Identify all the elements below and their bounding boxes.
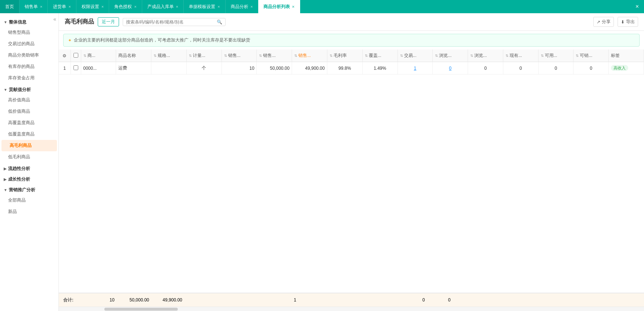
sidebar-item-0-0[interactable]: 销售型商品 [0,27,58,38]
scroll-thumb[interactable] [104,308,178,311]
tip-text: 企业的主要的利润都是这部分商品创造的，可考虑加大推广，同时关注库存是不要出现缺货 [74,37,250,43]
sidebar-item-4-0[interactable]: 全部商品 [0,195,58,206]
row-browse1-link[interactable]: 0 [449,66,451,71]
close-all-tabs[interactable]: × [630,3,644,10]
nav-item-1[interactable]: 销售单× [19,0,48,13]
close-tab-icon-7[interactable]: × [251,4,253,9]
sidebar-item-4-1[interactable]: 新品 [0,206,58,217]
col-header-2[interactable]: ⇅商... [81,50,116,62]
col-header-17: 标签 [609,50,644,62]
chevron-down-icon: ▼ [4,20,7,24]
nav-item-3[interactable]: 权限设置× [76,0,109,13]
sort-icon-2: ⇅ [83,54,86,58]
table-wrap: ⚙⇅商...商品名称⇅规格...⇅计量...⇅销售...⇅销售...⇅销售...… [59,50,644,293]
close-tab-icon-5[interactable]: × [176,4,178,9]
col-header-1 [71,50,81,62]
nav-item-8[interactable]: 商品分析列表× [258,0,300,13]
row-sales1: 10 [222,62,257,75]
sidebar-item-1-2[interactable]: 高覆盖度商品 [0,117,58,129]
sidebar-collapse-btn[interactable]: « [53,16,56,22]
nav-item-4[interactable]: 角色授权× [109,0,142,13]
horizontal-scrollbar[interactable] [59,307,644,311]
sidebar-group-0[interactable]: ▼整体信息 [0,16,58,27]
col-header-11[interactable]: ⇅交易... [397,50,433,62]
select-all-checkbox[interactable] [73,53,78,58]
sidebar-group-2[interactable]: ▶流趋性分析 [0,163,58,173]
search-icon[interactable]: 🔍 [217,19,222,25]
sidebar-item-0-2[interactable]: 商品分类助销率 [0,50,58,61]
page-title: 高毛利商品 [65,18,94,26]
col-header-3: 商品名称 [116,50,151,62]
row-transactions-link[interactable]: 1 [414,66,417,71]
sidebar-group-3[interactable]: ▶成长性分析 [0,173,58,184]
row-sales3: 49,900.00 [292,62,327,75]
table-body: 10000...运费个1050,000.0049,900.0099.8%1.49… [59,62,644,75]
col-header-14[interactable]: ⇅现有... [503,50,538,62]
nav-item-6[interactable]: 单据模板设置× [184,0,225,13]
footer-available2: 0 [436,297,462,303]
sidebar-item-1-1[interactable]: 低价值商品 [0,106,58,117]
sidebar-item-1-3[interactable]: 低覆盖度商品 [0,129,58,140]
row-select-checkbox[interactable] [73,65,78,70]
sort-icon-14: ⇅ [506,54,508,58]
content-header: 高毛利商品 近一月 🔍 ↗ 分享 ⬇ 导出 [59,13,644,31]
sort-icon-7: ⇅ [259,54,262,58]
sidebar-group-4[interactable]: ▼营销推广分析 [0,184,58,195]
data-table: ⚙⇅商...商品名称⇅规格...⇅计量...⇅销售...⇅销售...⇅销售...… [59,50,644,75]
col-header-4[interactable]: ⇅规格... [151,50,187,62]
footer-sales2: 50,000.00 [120,297,154,303]
sort-icon-13: ⇅ [470,54,473,58]
row-available1: 0 [503,62,538,75]
chevron-down-icon: ▼ [4,88,7,92]
tip-bar: ✦ 企业的主要的利润都是这部分商品创造的，可考虑加大推广，同时关注库存是不要出现… [63,34,640,47]
col-header-8[interactable]: ⇅销售... [292,50,327,62]
sidebar-group-1[interactable]: ▼贡献值分析 [0,84,58,94]
close-tab-icon-6[interactable]: × [217,4,220,9]
close-tab-icon-4[interactable]: × [134,4,136,9]
row-spec [151,62,187,75]
sidebar-item-0-1[interactable]: 交易过的商品 [0,38,58,50]
sidebar-item-1-5[interactable]: 低毛利商品 [0,151,58,163]
search-input[interactable] [126,19,217,25]
footer-sales3: 49,900.00 [154,297,187,303]
row-checkbox[interactable] [71,62,81,75]
chevron-down-icon: ▼ [4,188,7,192]
sort-icon-5: ⇅ [189,54,192,58]
col-header-9[interactable]: ⇅毛利率 [327,50,362,62]
row-gross-rate: 99.8% [327,62,362,75]
export-button[interactable]: ⬇ 导出 [618,17,638,27]
close-tab-icon-8[interactable]: × [292,4,294,9]
tag-badge: 高收入 [611,65,628,71]
sort-icon-6: ⇅ [224,54,227,58]
period-button[interactable]: 近一月 [98,17,119,26]
row-browse1: 0 [433,62,468,75]
col-header-10[interactable]: ⇅覆盖... [362,50,397,62]
col-header-13[interactable]: ⇅浏览... [468,50,503,62]
col-header-7[interactable]: ⇅销售... [257,50,292,62]
close-tab-icon-1[interactable]: × [40,4,42,9]
footer-available1: 0 [411,297,436,303]
col-header-12[interactable]: ⇅浏览... [433,50,468,62]
nav-item-5[interactable]: 产成品入库单× [142,0,184,13]
nav-item-0[interactable]: 首页 [0,0,19,13]
col-header-15[interactable]: ⇅可用... [538,50,573,62]
settings-icon[interactable]: ⚙ [62,53,66,58]
sidebar-item-1-0[interactable]: 高价值商品 [0,94,58,106]
col-header-5[interactable]: ⇅计量... [186,50,222,62]
row-index: 1 [59,62,71,75]
close-tab-icon-3[interactable]: × [101,4,104,9]
close-tab-icon-2[interactable]: × [68,4,71,9]
header-actions: ↗ 分享 ⬇ 导出 [593,17,638,27]
row-available2: 0 [538,62,573,75]
sidebar-item-0-4[interactable]: 库存资金占用 [0,72,58,84]
sidebar-item-1-4[interactable]: 高毛利商品 [1,140,57,151]
row-browse2: 0 [468,62,503,75]
footer-summary: 合计: 10 50,000.00 49,900.00 1 0 0 [59,293,644,307]
search-box: 🔍 [123,18,226,26]
col-header-16[interactable]: ⇅可销... [573,50,609,62]
sidebar-item-0-3[interactable]: 有库存的商品 [0,61,58,72]
col-header-6[interactable]: ⇅销售... [222,50,257,62]
nav-item-7[interactable]: 商品分析× [226,0,258,13]
nav-item-2[interactable]: 进货单× [48,0,76,13]
share-button[interactable]: ↗ 分享 [593,17,614,27]
